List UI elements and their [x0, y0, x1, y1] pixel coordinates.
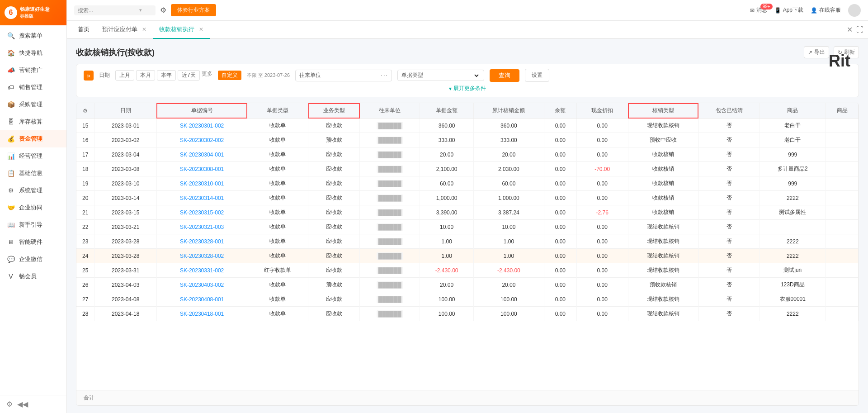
sidebar-item-sales[interactable]: 🏷 销售管理 — [0, 79, 66, 96]
tab-receipts-label: 收款核销执行 — [159, 25, 194, 33]
table-row[interactable]: 17 2023-03-04 SK-20230304-001 收款单 应收款 ██… — [76, 147, 859, 162]
sidebar-item-system[interactable]: ⚙ 系统管理 — [0, 182, 66, 199]
table-row[interactable]: 15 2023-03-01 SK-20230301-002 收款单 应收款 ██… — [76, 119, 859, 133]
doc-type-select[interactable] — [426, 72, 480, 79]
sidebar-item-finance[interactable]: 💰 资金管理 — [0, 130, 66, 147]
sidebar-item-quick[interactable]: 🏠 快捷导航 — [0, 44, 66, 62]
table-scroll[interactable]: ⚙ 日期 单据编号 单据类型 业务类型 往来单位 单据金额 累计核销金额 余额 … — [76, 103, 859, 390]
doc-no-link[interactable]: SK-20230328-002 — [180, 253, 224, 259]
table-row[interactable]: 26 2023-04-03 SK-20230403-002 收款单 预收款 ██… — [76, 278, 859, 292]
cell-doc-no: SK-20230328-001 — [156, 234, 247, 249]
table-row[interactable]: 27 2023-04-08 SK-20230408-001 收款单 应收款 ██… — [76, 292, 859, 307]
cell-goods2 — [826, 278, 859, 292]
sidebar-collapse-button[interactable]: ◀◀ — [17, 400, 28, 408]
doc-no-link[interactable]: SK-20230314-001 — [180, 195, 224, 201]
table-row[interactable]: 16 2023-03-02 SK-20230302-002 收款单 预收款 ██… — [76, 133, 859, 147]
tab-payable[interactable]: 预计应应付单 ✕ — [96, 21, 153, 39]
table-row[interactable]: 18 2023-03-08 SK-20230308-001 收款单 应收款 ██… — [76, 162, 859, 176]
industry-solution-button[interactable]: 体验行业方案 — [171, 4, 216, 16]
cell-goods: 老白干 — [760, 133, 826, 147]
app-download-button[interactable]: 📱 App下载 — [774, 6, 803, 14]
filter-date-more[interactable]: 更多 — [202, 70, 212, 81]
filter-custom-button[interactable]: 自定义 — [218, 71, 241, 80]
topbar-search-input[interactable] — [78, 7, 137, 14]
sidebar-item-operation[interactable]: 📊 经营管理 — [0, 147, 66, 165]
doc-no-link[interactable]: SK-20230301-002 — [180, 123, 224, 129]
cell-cancel-type: 预收款核销 — [628, 278, 698, 292]
col-settings-icon[interactable]: ⚙ — [83, 108, 88, 114]
query-button[interactable]: 查询 — [490, 69, 519, 82]
cell-biz-type: 应收款 — [308, 292, 360, 307]
topbar-gear-icon[interactable]: ⚙ — [160, 6, 166, 14]
table-row[interactable]: 20 2023-03-14 SK-20230314-001 收款单 应收款 ██… — [76, 191, 859, 205]
table-row[interactable]: 21 2023-03-15 SK-20230315-002 收款单 应收款 ██… — [76, 205, 859, 220]
doc-no-link[interactable]: SK-20230331-002 — [180, 267, 224, 274]
filter-expand-button[interactable]: » — [84, 71, 94, 81]
cell-goods: 999 — [760, 176, 826, 191]
filter-date-this-year[interactable]: 本年 — [157, 70, 176, 81]
doc-no-link[interactable]: SK-20230304-001 — [180, 152, 224, 158]
refresh-button[interactable]: ↻ 刷新 — [834, 46, 859, 58]
filter-date-last-month[interactable]: 上月 — [115, 70, 134, 81]
cell-doc-no: SK-20230304-001 — [156, 147, 247, 162]
cell-doc-type: 收款单 — [247, 176, 308, 191]
sidebar-item-marketing[interactable]: 📣 营销推广 — [0, 62, 66, 79]
message-button[interactable]: ✉ 消息 99+ — [750, 6, 767, 14]
table-row[interactable]: 28 2023-04-18 SK-20230418-001 收款单 应收款 ██… — [76, 307, 859, 321]
cell-biz-type: 应收款 — [308, 234, 360, 249]
user-avatar[interactable] — [848, 4, 861, 17]
settings-button[interactable]: 设置 — [525, 69, 549, 82]
sidebar-item-wechat[interactable]: 💬 企业微信 — [0, 251, 66, 268]
online-service-button[interactable]: 👤 在线客服 — [811, 6, 841, 14]
sidebar-item-inventory[interactable]: 🗄 库存核算 — [0, 113, 66, 130]
filter-expand-more[interactable]: ▾ 展开更多条件 — [84, 85, 851, 92]
doc-no-link[interactable]: SK-20230302-002 — [180, 137, 224, 143]
table-row[interactable]: 23 2023-03-28 SK-20230328-001 收款单 应收款 ██… — [76, 234, 859, 249]
partner-input[interactable] — [324, 72, 378, 79]
sidebar-item-label: 采购管理 — [19, 100, 42, 109]
doc-no-link[interactable]: SK-20230328-001 — [180, 238, 224, 245]
filter-date-7days[interactable]: 近7天 — [178, 70, 200, 81]
table-row[interactable]: 25 2023-03-31 SK-20230331-002 红字收款单 应收款 … — [76, 263, 859, 278]
cell-goods: 测试多属性 — [760, 205, 826, 220]
table-row[interactable]: 19 2023-03-10 SK-20230310-001 收款单 应收款 ██… — [76, 176, 859, 191]
tab-receipts-close[interactable]: ✕ — [199, 26, 203, 33]
partner-dots-icon[interactable]: ··· — [381, 71, 388, 80]
page-content: 收款核销执行(按收款) ↗ 导出 ↻ 刷新 » 日期 上月 本月 — [67, 39, 868, 413]
sidebar-item-search[interactable]: 🔍 搜索菜单 — [0, 27, 66, 44]
export-button[interactable]: ↗ 导出 — [804, 46, 829, 58]
cell-no: 26 — [76, 278, 94, 292]
table-row[interactable]: 22 2023-03-21 SK-20230321-003 收款单 应收款 ██… — [76, 220, 859, 234]
sidebar-item-label: 快捷导航 — [19, 49, 42, 57]
export-label: 导出 — [814, 48, 825, 56]
doc-no-link[interactable]: SK-20230403-002 — [180, 282, 224, 288]
doc-no-link[interactable]: SK-20230310-001 — [180, 180, 224, 187]
tab-receipts[interactable]: 收款核销执行 ✕ — [153, 21, 210, 39]
sidebar-item-hardware[interactable]: 🖥 智能硬件 — [0, 233, 66, 251]
table-row[interactable]: 24 2023-03-28 SK-20230328-002 收款单 应收款 ██… — [76, 249, 859, 263]
sidebar-item-member[interactable]: V 畅会员 — [0, 268, 66, 285]
sidebar-item-enterprise[interactable]: 🤝 企业协同 — [0, 199, 66, 216]
app-label: App下载 — [783, 6, 803, 14]
sidebar-gear-button[interactable]: ⚙ — [6, 400, 13, 408]
doc-no-link[interactable]: SK-20230308-001 — [180, 166, 224, 172]
doc-no-link[interactable]: SK-20230321-003 — [180, 224, 224, 230]
tabbar-close-all-button[interactable]: ✕ — [847, 25, 853, 34]
doc-no-link[interactable]: SK-20230408-001 — [180, 296, 224, 303]
doc-no-link[interactable]: SK-20230315-002 — [180, 209, 224, 216]
sidebar-item-label: 销售管理 — [19, 83, 42, 91]
tabbar-expand-button[interactable]: ⛶ — [856, 26, 863, 34]
tab-home[interactable]: 首页 — [71, 21, 96, 39]
cell-balance: 0.00 — [544, 292, 576, 307]
cell-amount: 1,000.00 — [420, 191, 474, 205]
sales-icon: 🏷 — [6, 84, 15, 91]
sidebar-item-purchase[interactable]: 📦 采购管理 — [0, 96, 66, 113]
cell-balance: 0.00 — [544, 147, 576, 162]
filter-date-this-month[interactable]: 本月 — [136, 70, 155, 81]
doc-no-link[interactable]: SK-20230418-001 — [180, 311, 224, 317]
cell-partner: ██████ — [360, 307, 420, 321]
sidebar-item-basic[interactable]: 📋 基础信息 — [0, 165, 66, 182]
partner-label: 往来单位 — [299, 71, 321, 79]
sidebar-item-guide[interactable]: 📖 新手引导 — [0, 216, 66, 233]
tab-payable-close[interactable]: ✕ — [142, 26, 146, 33]
